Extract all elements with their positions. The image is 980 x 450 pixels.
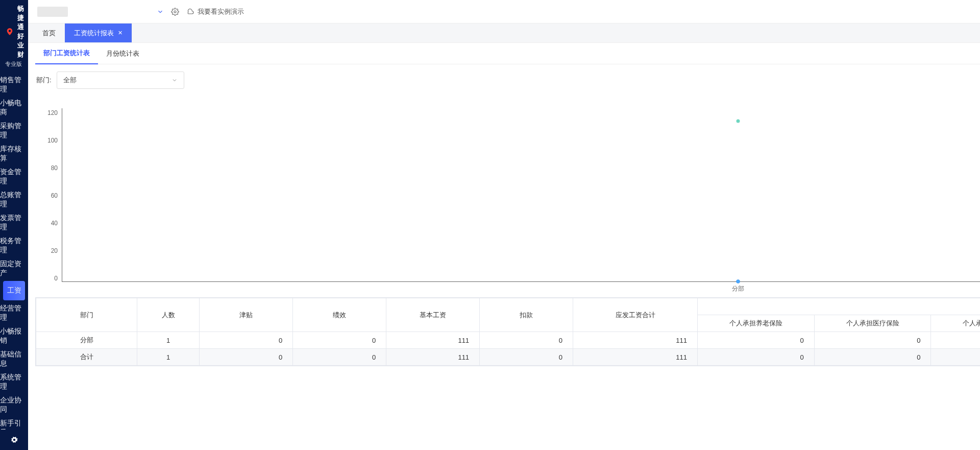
th-p-unemp: 个人承担失业保险 — [931, 315, 980, 332]
demo-link[interactable]: 我要看实例演示 — [186, 7, 244, 16]
chart-legend: 社会保险(单位)住房公积金(单位)应发工资总额 — [36, 94, 980, 108]
svg-point-0 — [174, 11, 176, 13]
table-cell: 分部 — [36, 332, 137, 349]
dept-select-value: 全部 — [63, 76, 77, 85]
sidebar-item-2[interactable]: 采购管理 — [0, 119, 28, 142]
th-allowance: 津贴 — [200, 298, 293, 332]
tab-salary-report[interactable]: 工资统计报表 ✕ — [65, 23, 132, 42]
table-cell: 1 — [137, 349, 200, 366]
table-cell: 0 — [931, 349, 980, 366]
content: 部门工资统计表 月份统计表 下载 刷新 — [28, 43, 980, 450]
table-cell: 1 — [137, 332, 200, 349]
y-tick: 60 — [51, 192, 58, 199]
sidebar-item-7[interactable]: 税务管理 — [0, 234, 28, 257]
sidebar-item-9[interactable]: 工资 — [3, 281, 25, 300]
sidebar-item-label: 小畅报销 — [0, 327, 28, 345]
gear-icon — [10, 435, 19, 444]
chevron-down-icon — [172, 77, 178, 83]
chart-y-axis: 120100806040200 — [36, 108, 62, 292]
sidebar-item-14[interactable]: 企业协同 — [0, 393, 28, 416]
org-selector[interactable] — [37, 7, 150, 17]
chart-plot: 分部 — [62, 108, 980, 282]
table-cell: 111 — [386, 349, 480, 366]
chevron-down-icon[interactable] — [157, 8, 164, 15]
y-tick: 100 — [47, 137, 58, 144]
sidebar-item-label: 新手引导 — [0, 419, 28, 430]
sidebar-item-6[interactable]: 发票管理 — [0, 211, 28, 234]
data-point[interactable] — [736, 120, 740, 123]
sidebar-item-label: 发票管理 — [0, 214, 28, 232]
sidebar-item-label: 销售管理 — [0, 76, 28, 94]
sidebar-item-label: 基础信息 — [0, 350, 28, 368]
sidebar-item-10[interactable]: 经营管理 — [0, 301, 28, 324]
brand-name: 畅捷通好业财 — [17, 4, 24, 59]
th-dept: 部门 — [36, 298, 137, 332]
sidebar-item-3[interactable]: 库存核算 — [0, 142, 28, 165]
y-tick: 120 — [47, 109, 58, 116]
dept-select[interactable]: 全部 — [57, 72, 184, 89]
sidebar-item-label: 企业协同 — [0, 396, 28, 414]
tab-home-label: 首页 — [42, 29, 56, 38]
table-wrap[interactable]: 部门 人数 津贴 绩效 基本工资 扣款 应发工资合计 个人承担社保公积金 个人承… — [35, 297, 980, 366]
table-cell: 0 — [931, 332, 980, 349]
sidebar-item-label: 采购管理 — [0, 122, 28, 140]
sidebar-item-label: 资金管理 — [0, 168, 28, 186]
table-cell: 合计 — [36, 349, 137, 366]
sidebar-item-label: 总账管理 — [0, 191, 28, 209]
sidebar-item-label: 经营管理 — [0, 304, 28, 322]
th-payable: 应发工资合计 — [573, 298, 698, 332]
sidebar-item-8[interactable]: 固定资产 — [0, 257, 28, 280]
sidebar-item-label: 工资 — [7, 286, 21, 295]
sidebar-settings[interactable] — [0, 430, 28, 450]
sidebar-item-11[interactable]: 小畅报销 — [0, 324, 28, 347]
table-cell: 0 — [293, 349, 386, 366]
th-perf: 绩效 — [293, 298, 386, 332]
th-p-medical: 个人承担医疗保险 — [814, 315, 931, 332]
topbar: 我要看实例演示 消息 99 + App下载 — [28, 0, 980, 23]
close-icon[interactable]: ✕ — [118, 30, 122, 36]
th-personal-group: 个人承担社保公积金 — [698, 298, 980, 315]
brand-edition: 专业版 — [0, 60, 28, 73]
table-cell: 111 — [386, 332, 480, 349]
sidebar-item-5[interactable]: 总账管理 — [0, 188, 28, 211]
table-total-row: 合计1001110111000000 — [36, 349, 981, 366]
table-row: 分部1001110111000000 — [36, 332, 981, 349]
salary-table: 部门 人数 津贴 绩效 基本工资 扣款 应发工资合计 个人承担社保公积金 个人承… — [36, 298, 980, 366]
sidebar-item-15[interactable]: 新手引导 — [0, 416, 28, 430]
brand-logo-icon — [5, 27, 14, 36]
page-tabs: 首页 工资统计报表 ✕ ✕ — [28, 23, 980, 43]
sidebar-item-1[interactable]: 小畅电商 — [0, 96, 28, 119]
subtab-month[interactable]: 月份统计表 — [98, 43, 148, 64]
subtab-dept[interactable]: 部门工资统计表 — [35, 43, 98, 64]
table-cell: 0 — [698, 332, 815, 349]
th-count: 人数 — [137, 298, 200, 332]
org-name-redacted — [37, 7, 68, 17]
tab-active-label: 工资统计报表 — [74, 29, 114, 38]
th-base: 基本工资 — [386, 298, 480, 332]
sidebar-item-label: 小畅电商 — [0, 99, 28, 117]
sidebar: 畅捷通好业财 专业版 销售管理小畅电商采购管理库存核算资金管理总账管理发票管理税… — [0, 0, 28, 450]
y-tick: 20 — [51, 247, 58, 254]
settings-icon[interactable] — [171, 8, 179, 16]
sidebar-item-13[interactable]: 系统管理 — [0, 370, 28, 393]
table-cell: 0 — [200, 349, 293, 366]
sidebar-item-label: 固定资产 — [0, 259, 28, 278]
sidebar-item-12[interactable]: 基础信息 — [0, 347, 28, 370]
table-cell: 0 — [480, 332, 573, 349]
chart: 社会保险(单位)住房公积金(单位)应发工资总额 120100806040200 … — [35, 94, 980, 292]
nav: 销售管理小畅电商采购管理库存核算资金管理总账管理发票管理税务管理固定资产工资经营… — [0, 73, 28, 430]
demo-label: 我要看实例演示 — [198, 7, 244, 16]
main: 我要看实例演示 消息 99 + App下载 — [28, 0, 980, 450]
table-cell: 111 — [573, 332, 698, 349]
sidebar-item-4[interactable]: 资金管理 — [0, 165, 28, 188]
data-point[interactable] — [736, 280, 740, 283]
tab-home[interactable]: 首页 — [33, 23, 65, 42]
table-cell: 0 — [200, 332, 293, 349]
table-cell: 0 — [480, 349, 573, 366]
th-p-pension: 个人承担养老保险 — [698, 315, 815, 332]
table-cell: 0 — [814, 332, 931, 349]
filter-label: 部门: — [36, 76, 52, 85]
sidebar-item-0[interactable]: 销售管理 — [0, 73, 28, 96]
th-deduct: 扣款 — [480, 298, 573, 332]
sidebar-item-label: 系统管理 — [0, 373, 28, 391]
